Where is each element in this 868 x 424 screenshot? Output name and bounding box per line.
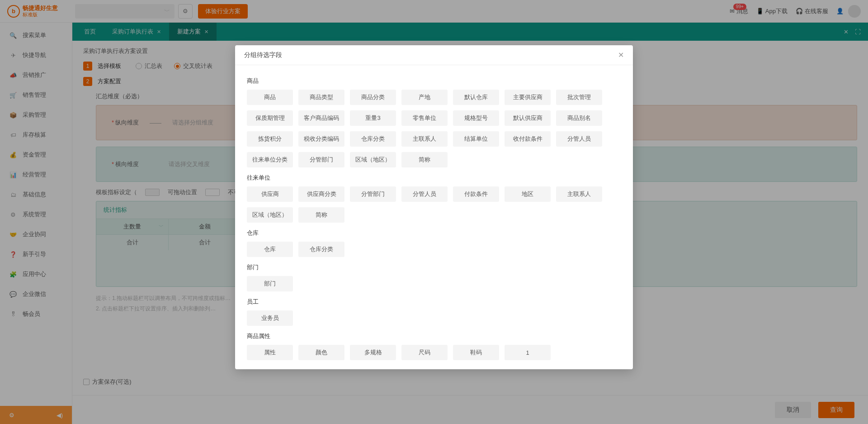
field-chip[interactable]: 颜色 [298, 345, 344, 360]
field-chip[interactable]: 主要供应商 [505, 90, 551, 105]
field-chip[interactable]: 收付款条件 [505, 131, 551, 147]
field-chip[interactable]: 零售单位 [401, 110, 448, 126]
field-chip[interactable]: 简称 [401, 152, 448, 167]
field-chip[interactable]: 供应商 [247, 186, 293, 202]
field-chip[interactable]: 区域（地区） [350, 152, 396, 167]
field-chip[interactable]: 往来单位分类 [247, 152, 293, 167]
field-chip[interactable]: 商品别名 [556, 110, 602, 126]
field-chip[interactable]: 地区 [505, 186, 551, 202]
field-chip[interactable]: 鞋码 [453, 345, 499, 360]
field-group-title: 员工 [247, 298, 621, 306]
field-chip-grid: 商品商品类型商品分类产地默认仓库主要供应商批次管理保质期管理客户商品编码重量3零… [247, 90, 621, 167]
field-chip[interactable]: 简称 [298, 207, 344, 223]
field-chip[interactable]: 商品 [247, 90, 293, 105]
field-chip[interactable]: 尺码 [401, 345, 448, 360]
field-group-title: 往来单位 [247, 174, 621, 182]
field-chip[interactable]: 分管部门 [350, 186, 396, 202]
field-group-title: 仓库 [247, 229, 621, 237]
field-chip[interactable]: 结算单位 [453, 131, 499, 147]
field-chip[interactable]: 属性 [247, 345, 293, 360]
field-chip[interactable]: 规格型号 [453, 110, 499, 126]
field-picker-modal: 分组待选字段 ✕ 商品商品商品类型商品分类产地默认仓库主要供应商批次管理保质期管… [235, 45, 633, 369]
field-chip[interactable]: 重量3 [350, 110, 396, 126]
modal-close-button[interactable]: ✕ [618, 51, 624, 59]
field-chip-grid: 属性颜色多规格尺码鞋码1 [247, 345, 621, 360]
field-chip[interactable]: 分管部门 [298, 152, 344, 167]
field-chip[interactable]: 商品类型 [298, 90, 344, 105]
modal-title: 分组待选字段 [244, 51, 282, 59]
field-chip-grid: 供应商供应商分类分管部门分管人员付款条件地区主联系人区域（地区）简称 [247, 186, 621, 223]
field-chip[interactable]: 仓库 [247, 242, 293, 257]
field-chip[interactable]: 付款条件 [453, 186, 499, 202]
modal-header: 分组待选字段 ✕ [235, 45, 633, 65]
field-chip[interactable]: 主联系人 [556, 186, 602, 202]
field-chip[interactable]: 默认仓库 [453, 90, 499, 105]
field-chip[interactable]: 多规格 [350, 345, 396, 360]
field-chip[interactable]: 分管人员 [556, 131, 602, 147]
field-chip[interactable]: 客户商品编码 [298, 110, 344, 126]
field-chip[interactable]: 产地 [401, 90, 448, 105]
field-chip[interactable]: 供应商分类 [298, 186, 344, 202]
field-chip[interactable]: 税收分类编码 [298, 131, 344, 147]
field-chip[interactable]: 默认供应商 [505, 110, 551, 126]
field-chip-grid: 部门 [247, 276, 621, 291]
field-chip[interactable]: 主联系人 [401, 131, 448, 147]
modal-body: 商品商品商品类型商品分类产地默认仓库主要供应商批次管理保质期管理客户商品编码重量… [235, 65, 633, 369]
field-chip[interactable]: 区域（地区） [247, 207, 293, 223]
field-chip-grid: 仓库仓库分类 [247, 242, 621, 257]
field-chip[interactable]: 部门 [247, 276, 293, 291]
field-group-title: 商品属性 [247, 332, 621, 340]
field-chip[interactable]: 拣货积分 [247, 131, 293, 147]
field-chip[interactable]: 分管人员 [401, 186, 448, 202]
field-group-title: 部门 [247, 263, 621, 272]
field-chip[interactable]: 业务员 [247, 310, 293, 326]
field-chip[interactable]: 仓库分类 [298, 242, 344, 257]
modal-overlay: 分组待选字段 ✕ 商品商品商品类型商品分类产地默认仓库主要供应商批次管理保质期管… [0, 0, 868, 424]
field-chip[interactable]: 1 [505, 345, 551, 360]
field-chip[interactable]: 商品分类 [350, 90, 396, 105]
field-chip-grid: 业务员 [247, 310, 621, 326]
field-group-title: 商品 [247, 77, 621, 85]
field-chip[interactable]: 保质期管理 [247, 110, 293, 126]
field-chip[interactable]: 仓库分类 [350, 131, 396, 147]
field-chip[interactable]: 批次管理 [556, 90, 602, 105]
